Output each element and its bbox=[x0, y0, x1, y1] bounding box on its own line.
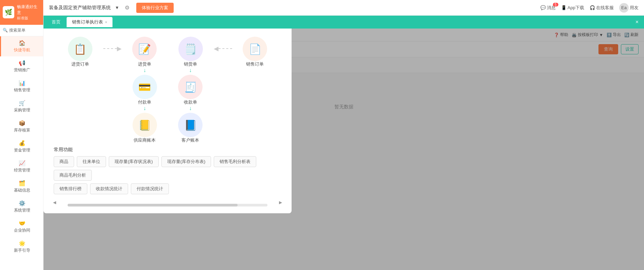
finance-icon: 💰 bbox=[19, 140, 25, 146]
overlay: 📋 进货订单 ▶ bbox=[43, 29, 644, 270]
fn-sales-rank[interactable]: 销售排行榜 bbox=[54, 183, 87, 194]
system-dropdown[interactable]: ▼ bbox=[115, 5, 119, 10]
home-icon: 🏠 bbox=[19, 40, 25, 46]
gear-icon[interactable]: ⚙ bbox=[125, 4, 129, 11]
tabbar: 首页 销售订单执行表 × × bbox=[43, 16, 644, 29]
cooperation-icon: 🤝 bbox=[19, 220, 25, 227]
flow-sales-order[interactable]: 📄 销售订单 bbox=[232, 37, 278, 67]
fn-payment-stats[interactable]: 付款情况统计 bbox=[131, 183, 169, 194]
fn-stock-status[interactable]: 现存量(库存状况表) bbox=[109, 156, 159, 167]
sidebar-item-operations[interactable]: 📈 经营管理 bbox=[0, 157, 43, 177]
main-area: 装备及固定资产辅助管理系统 ▼ ⚙ 体验行业方案 💬 消息 5 📱 App下载 … bbox=[43, 0, 644, 270]
fn-receipt-stats[interactable]: 收款情况统计 bbox=[90, 183, 128, 194]
scrollbar-track[interactable] bbox=[68, 204, 267, 206]
avatar: Ea bbox=[619, 3, 629, 13]
sidebar-item-quick-nav[interactable]: 🏠 快捷导航 bbox=[0, 36, 43, 56]
chevron-down-icon: ▼ bbox=[115, 5, 119, 10]
purchase-order-icon: 📋 bbox=[68, 37, 92, 61]
download-icon: 📱 bbox=[561, 5, 567, 10]
service-icon: 🎧 bbox=[590, 5, 595, 10]
function-buttons-row1: 商品 往来单位 现存量(库存状况表) 现存量(库存分布表) 销售毛利分析表 商品… bbox=[54, 156, 281, 181]
topbar: 装备及固定资产辅助管理系统 ▼ ⚙ 体验行业方案 💬 消息 5 📱 App下载 … bbox=[43, 0, 644, 16]
sidebar-nav: 🏠 快捷导航 📢 营销推广 📊 销售管理 🛒 采购管理 📦 库存核算 💰 bbox=[0, 36, 43, 270]
message-button[interactable]: 💬 消息 5 bbox=[540, 5, 556, 11]
search-icon: 🔍 bbox=[3, 28, 8, 33]
sidebar-item-basic-info[interactable]: 🗂️ 基础信息 bbox=[0, 177, 43, 197]
purchase-icon: 🛒 bbox=[19, 100, 25, 106]
content-area: ❓ 帮助 🖨️ 按模板打印 ▼ ⬆️ 导出 🔄 刷新 bbox=[43, 29, 644, 270]
sidebar-item-marketing[interactable]: 📢 营销推广 bbox=[0, 56, 43, 76]
customer-ledger-icon: 📘 bbox=[178, 113, 203, 137]
logo-text: 畅康通好生意 标准版 bbox=[17, 4, 40, 21]
flow-payment-bill[interactable]: 💳 付款单 bbox=[122, 75, 168, 105]
sales-icon: 📊 bbox=[19, 80, 25, 86]
flow-sales-bill[interactable]: 🗒️ 销货单 bbox=[168, 37, 214, 67]
sidebar-search[interactable]: 🔍 搜索菜单 bbox=[0, 25, 43, 36]
flow-diagram: 📋 进货订单 ▶ bbox=[43, 29, 292, 143]
system-icon: ⚙️ bbox=[19, 200, 25, 206]
sidebar-item-beginner[interactable]: 🌟 新手引导 bbox=[0, 237, 43, 257]
scrollbar-container: ◀ ▶ bbox=[53, 198, 282, 206]
beginner-icon: 🌟 bbox=[19, 240, 25, 247]
scrollbar-thumb[interactable] bbox=[68, 204, 238, 206]
arrow-purchase-order-to-bill: ▶ bbox=[103, 45, 122, 52]
sidebar-item-sales[interactable]: 📊 销售管理 bbox=[0, 76, 43, 96]
fn-stock-dist[interactable]: 现存量(库存分布表) bbox=[161, 156, 211, 167]
sidebar-item-inventory[interactable]: 📦 库存核算 bbox=[0, 116, 43, 137]
scroll-right-icon[interactable]: ▶ bbox=[279, 200, 282, 205]
fn-goods[interactable]: 商品 bbox=[54, 156, 74, 167]
sidebar-item-system[interactable]: ⚙️ 系统管理 bbox=[0, 197, 43, 217]
sales-bill-icon: 🗒️ bbox=[178, 37, 203, 61]
flow-purchase-bill[interactable]: 📝 进货单 bbox=[122, 37, 168, 67]
sidebar-item-purchase[interactable]: 🛒 采购管理 bbox=[0, 96, 43, 116]
sidebar-item-finance[interactable]: 💰 资金管理 bbox=[0, 137, 43, 157]
user-menu[interactable]: Ea 用友 bbox=[619, 3, 639, 13]
inventory-icon: 📦 bbox=[19, 120, 25, 126]
window-close-icon[interactable]: × bbox=[633, 19, 641, 25]
arrow-sales-order-to-bill: ◀ bbox=[214, 45, 232, 52]
payment-bill-icon: 💳 bbox=[133, 75, 157, 99]
marketing-icon: 📢 bbox=[19, 60, 25, 66]
flow-supplier-ledger[interactable]: 📒 供应商账本 bbox=[122, 113, 168, 143]
system-title: 装备及固定资产辅助管理系统 bbox=[49, 5, 111, 11]
operations-icon: 📈 bbox=[19, 160, 25, 166]
purchase-bill-icon: 📝 bbox=[132, 37, 157, 61]
message-icon: 💬 bbox=[540, 5, 546, 10]
flow-purchase-order[interactable]: 📋 进货订单 bbox=[57, 37, 103, 67]
basic-info-icon: 🗂️ bbox=[19, 180, 25, 186]
sidebar-item-cooperation[interactable]: 🤝 企业协同 bbox=[0, 217, 43, 237]
flow-receipt-bill[interactable]: 🧾 收款单 bbox=[168, 75, 213, 105]
fn-counterpart[interactable]: 往来单位 bbox=[77, 156, 106, 167]
trial-button[interactable]: 体验行业方案 bbox=[136, 3, 174, 13]
fn-goods-profit[interactable]: 商品毛利分析 bbox=[54, 170, 92, 181]
fn-sales-profit[interactable]: 销售毛利分析表 bbox=[214, 156, 256, 167]
topbar-right: 💬 消息 5 📱 App下载 🎧 在线客服 Ea 用友 bbox=[540, 3, 639, 13]
tab-home[interactable]: 首页 bbox=[46, 17, 66, 27]
supplier-ledger-icon: 📒 bbox=[133, 113, 157, 137]
sales-order-icon: 📄 bbox=[243, 37, 267, 61]
scroll-left-icon[interactable]: ◀ bbox=[53, 200, 56, 205]
function-buttons-row2: 销售排行榜 收款情况统计 付款情况统计 bbox=[54, 183, 281, 194]
common-functions-title: 常用功能 bbox=[54, 147, 281, 153]
tab-sales-exec[interactable]: 销售订单执行表 × bbox=[67, 17, 112, 27]
app-download-button[interactable]: 📱 App下载 bbox=[561, 5, 584, 11]
flow-customer-ledger[interactable]: 📘 客户账本 bbox=[168, 113, 213, 143]
common-functions: 常用功能 商品 往来单位 现存量(库存状况表) 现存量(库存分布表) 销售毛利分… bbox=[43, 143, 292, 194]
sidebar: 🌿 畅康通好生意 标准版 🔍 搜索菜单 🏠 快捷导航 📢 营销推广 📊 销售管理 bbox=[0, 0, 43, 270]
logo-icon: 🌿 bbox=[3, 6, 14, 18]
sidebar-logo: 🌿 畅康通好生意 标准版 bbox=[0, 0, 43, 25]
online-service-button[interactable]: 🎧 在线客服 bbox=[590, 5, 614, 11]
tab-close-icon[interactable]: × bbox=[105, 20, 107, 24]
receipt-bill-icon: 🧾 bbox=[178, 75, 203, 99]
quicknav-modal: 📋 进货订单 ▶ bbox=[43, 29, 292, 213]
